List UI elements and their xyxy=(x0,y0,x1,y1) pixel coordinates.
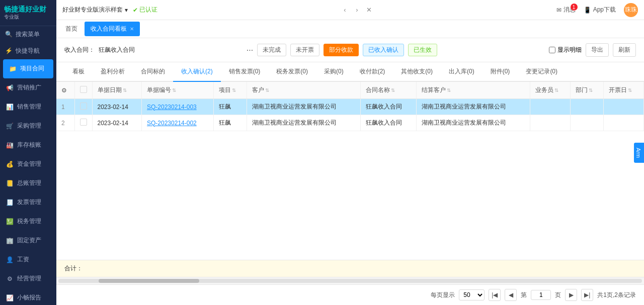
sidebar-item-ledger[interactable]: 📒 总账管理 xyxy=(0,174,56,193)
sidebar-item-tax[interactable]: 💹 税务管理 xyxy=(0,212,56,231)
per-page-label: 每页显示 xyxy=(431,291,455,299)
col-header-单据编号[interactable]: 单据编号⇅ xyxy=(142,82,214,99)
scrollbar-thumb[interactable] xyxy=(99,279,199,283)
col-header-客户[interactable]: 客户⇅ xyxy=(247,82,360,99)
sub-tab-0[interactable]: 看板 xyxy=(64,62,93,82)
sub-tab-10[interactable]: 附件(0) xyxy=(482,62,518,82)
sidebar-search-label: 搜索菜单 xyxy=(16,30,40,39)
tab-home[interactable]: 首页 xyxy=(60,22,83,36)
col-header-项目[interactable]: 项目⇅ xyxy=(214,82,247,99)
table-cell: 1 xyxy=(56,99,74,115)
sidebar-item-chart[interactable]: 📊 销售管理 xyxy=(0,97,56,117)
table-cell: 2 xyxy=(56,115,74,131)
col-header-结算客户[interactable]: 结算客户⇅ xyxy=(417,82,530,99)
nav-close-btn[interactable]: ✕ xyxy=(364,5,374,15)
col-header-单据日期[interactable]: 单据日期⇅ xyxy=(92,82,142,99)
row-date: 2023-02-14 xyxy=(92,115,142,131)
display-detail-checkbox[interactable]: 显示明细 xyxy=(549,46,582,54)
status-actions: ··· 未完成 未开票 部分收款 已收入确认 已生效 xyxy=(247,44,437,56)
sub-tab-6[interactable]: 采购(0) xyxy=(316,62,352,82)
sidebar-item-warehouse[interactable]: 🏭 库存核账 xyxy=(0,136,56,155)
refresh-btn[interactable]: 刷新 xyxy=(613,43,636,57)
sub-tab-5[interactable]: 税务发票(0) xyxy=(268,62,316,82)
table-cell[interactable]: SQ-20230214-003 xyxy=(142,99,214,115)
status-income-confirmed[interactable]: 已收入确认 xyxy=(363,44,404,56)
sidebar-search[interactable]: 🔍 搜索菜单 xyxy=(0,26,56,43)
table-row[interactable]: 12023-02-14SQ-20230214-003狂飙湖南卫视商业运营发展有限… xyxy=(56,99,644,115)
message-btn[interactable]: ✉ 1 消息 xyxy=(556,6,576,14)
export-btn[interactable]: 导出 xyxy=(586,43,609,57)
row-checkbox[interactable] xyxy=(80,119,87,126)
pagination-next-btn[interactable]: ▶ xyxy=(565,289,577,301)
row-date: 2023-02-14 xyxy=(92,99,142,115)
col-header-开票日[interactable]: 开票日⇅ xyxy=(603,82,643,99)
sub-tab-11[interactable]: 变更记录(0) xyxy=(518,62,566,82)
pagination-last-btn[interactable]: ▶| xyxy=(581,289,593,301)
sidebar-label-ledger: 总账管理 xyxy=(17,179,41,187)
topbar-right: ✉ 1 消息 📱 App下载 珠珠 xyxy=(556,3,638,17)
col-header-业务员[interactable]: 业务员⇅ xyxy=(530,82,570,99)
nav-next-btn[interactable]: › xyxy=(352,5,362,15)
sidebar-label-ops: 经营管理 xyxy=(17,274,41,283)
sidebar-icon-money: 💰 xyxy=(5,160,14,169)
sidebar-item-report[interactable]: 📈 小畅报告 xyxy=(0,288,56,305)
message-badge: 1 xyxy=(571,4,578,11)
nav-prev-btn[interactable]: ‹ xyxy=(340,5,350,15)
pagination-prev-btn[interactable]: ◀ xyxy=(505,289,517,301)
sidebar-item-labor[interactable]: 👤 工资 xyxy=(0,250,56,269)
tab-income-contract[interactable]: 收入合同看板 ✕ xyxy=(85,22,140,36)
sub-tab-9[interactable]: 出入库(0) xyxy=(441,62,482,82)
page-header-right: 显示明细 导出 刷新 xyxy=(549,43,636,57)
page-input[interactable] xyxy=(531,290,551,300)
tab-close-icon[interactable]: ✕ xyxy=(130,26,134,32)
table-row[interactable]: 22023-02-14SQ-20230214-002狂飙湖南卫视商业运营发展有限… xyxy=(56,115,644,131)
sidebar-item-invoice[interactable]: 🧾 发票管理 xyxy=(0,193,56,212)
sidebar-icon-ops: ⚙ xyxy=(5,274,14,283)
detail-checkbox-input[interactable] xyxy=(549,47,555,53)
scrollbar-row[interactable] xyxy=(56,277,644,284)
sub-tab-4[interactable]: 销售发票(0) xyxy=(221,62,269,82)
user-avatar[interactable]: 珠珠 xyxy=(624,3,638,17)
sub-tab-7[interactable]: 收付款(2) xyxy=(352,62,393,82)
company-selector[interactable]: 好业财专业版演示样套 ▾ xyxy=(62,6,128,14)
table-cell xyxy=(74,99,92,115)
col-header-部门[interactable]: 部门⇅ xyxy=(571,82,604,99)
order-no-link[interactable]: SQ-20230214-002 xyxy=(147,120,197,127)
row-salesperson xyxy=(530,115,570,131)
more-btn[interactable]: ··· xyxy=(247,46,253,55)
sidebar-item-folder[interactable]: 📁 项目合同 xyxy=(3,59,53,78)
sidebar-item-megaphone[interactable]: 📢 营销推广 xyxy=(0,78,56,97)
row-checkbox[interactable] xyxy=(80,103,87,110)
sub-tab-1[interactable]: 盈利分析 xyxy=(93,62,133,82)
per-page-select[interactable]: 2050100200 xyxy=(459,289,485,300)
arm-btn[interactable]: Arm xyxy=(634,142,644,162)
sidebar-label-labor: 工资 xyxy=(17,255,29,264)
sidebar: 畅捷通好业财 专业版 🔍 搜索菜单 ⚡ 快捷导航 📁 项目合同 📢 营销推广 📊… xyxy=(0,0,56,305)
table-cell[interactable]: SQ-20230214-002 xyxy=(142,115,214,131)
sub-tab-8[interactable]: 其他收支(0) xyxy=(393,62,441,82)
status-partial-received[interactable]: 部分收款 xyxy=(324,44,359,56)
sidebar-item-ops[interactable]: ⚙ 经营管理 xyxy=(0,269,56,288)
sidebar-item-money[interactable]: 💰 资金管理 xyxy=(0,155,56,174)
sidebar-quick-nav[interactable]: ⚡ 快捷导航 xyxy=(0,43,56,59)
status-not-complete[interactable]: 未完成 xyxy=(257,44,286,56)
table-cell xyxy=(74,115,92,131)
quick-nav-icon: ⚡ xyxy=(5,47,13,54)
total-label: 合计： xyxy=(64,264,83,273)
order-no-link[interactable]: SQ-20230214-003 xyxy=(147,104,197,111)
sub-tab-3[interactable]: 收入确认(2) xyxy=(173,62,221,82)
table-footer: 合计： 每页显示 2050100200 |◀ ◀ 第 页 ▶ ▶| 共1页,2条… xyxy=(56,260,644,305)
row-department xyxy=(571,115,604,131)
verified-label: 已认证 xyxy=(139,6,157,14)
settings-icon[interactable]: ⚙ xyxy=(61,87,67,94)
col-header-合同名称[interactable]: 合同名称⇅ xyxy=(360,82,416,99)
home-tab-label: 首页 xyxy=(65,25,77,33)
sidebar-item-cart[interactable]: 🛒 采购管理 xyxy=(0,117,56,136)
status-not-invoiced[interactable]: 未开票 xyxy=(290,44,319,56)
sidebar-item-asset[interactable]: 🏢 固定资产 xyxy=(0,231,56,250)
select-all-checkbox[interactable] xyxy=(80,86,87,93)
pagination-first-btn[interactable]: |◀ xyxy=(489,289,501,301)
app-download-btn[interactable]: 📱 App下载 xyxy=(584,6,616,14)
sub-tab-2[interactable]: 合同标的 xyxy=(133,62,173,82)
status-active[interactable]: 已生效 xyxy=(408,44,437,56)
